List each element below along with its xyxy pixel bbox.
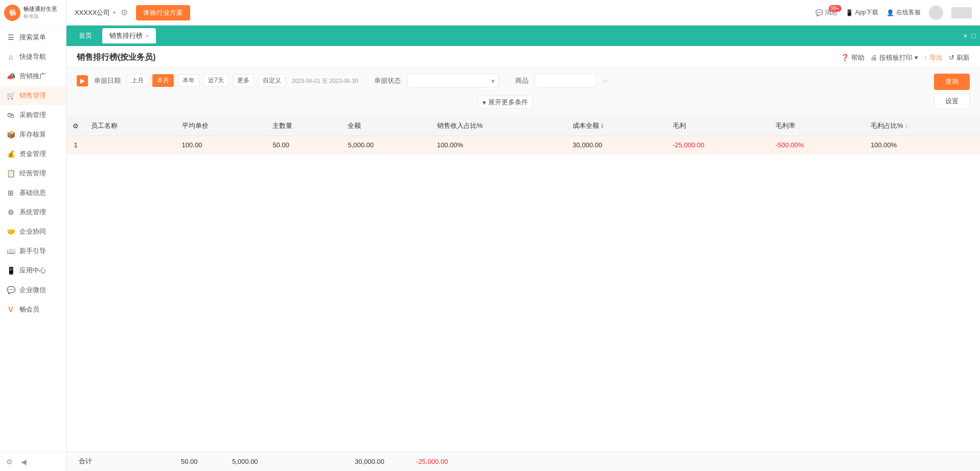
sidebar-item-member[interactable]: V 畅会员 bbox=[0, 300, 66, 319]
app-download-icon: 📱 bbox=[846, 9, 853, 16]
export-icon: ↑ bbox=[924, 54, 928, 61]
content-area: 销售排行榜(按业务员) ❓ 帮助 🖨 按模板打印 ▾ ↑ 导出 ↺ 刷新 bbox=[66, 46, 980, 471]
marketing-icon: 📣 bbox=[6, 72, 15, 80]
filter-collapse-btn[interactable]: ▶ bbox=[77, 75, 88, 86]
settings-bottom-icon[interactable]: ⚙ bbox=[6, 458, 13, 466]
tab-maximize-icon[interactable]: □ bbox=[972, 32, 976, 40]
sidebar-item-collab[interactable]: 🤝 企业协同 bbox=[0, 222, 66, 241]
col-sales-pct: 销售收入占比% bbox=[431, 116, 566, 136]
table-header-row: ⚙ 员工名称 平均单价 主数量 全额 销售收入占比% 成本全额 ℹ 毛利 毛利率 bbox=[66, 116, 980, 136]
pill-last-month[interactable]: 上月 bbox=[127, 74, 148, 87]
footer-total: 合计 50.00 5,000.00 30,000.00 -25,000.00 bbox=[66, 451, 980, 471]
table-row: 1 100.00 50.00 5,000.00 100.00% 30,000.0… bbox=[66, 136, 980, 154]
app-download-btn[interactable]: 📱 App下载 bbox=[846, 8, 878, 17]
app-center-icon: 📱 bbox=[6, 266, 15, 275]
finance-icon: 💰 bbox=[6, 150, 15, 158]
sidebar-item-basic-info[interactable]: ⊞ 基础信息 bbox=[0, 183, 66, 203]
message-icon: 💬 bbox=[815, 9, 823, 16]
sidebar-item-guide[interactable]: 📖 新手引导 bbox=[0, 241, 66, 261]
col-main-qty: 主数量 bbox=[266, 116, 341, 136]
cell-avg-price: 100.00 bbox=[176, 136, 267, 154]
col-cost: 成本全额 ℹ bbox=[566, 116, 666, 136]
refresh-icon: ↺ bbox=[949, 54, 954, 61]
expand-row: ▾ 展开更多条件 bbox=[77, 96, 934, 109]
sidebar-item-purchase[interactable]: 🛍 采购管理 bbox=[0, 105, 66, 125]
footer-amount: 5,000.00 bbox=[226, 458, 287, 465]
sidebar-item-system[interactable]: ⚙ 系统管理 bbox=[0, 203, 66, 222]
user-name bbox=[951, 7, 972, 18]
export-btn[interactable]: ↑ 导出 bbox=[924, 53, 943, 62]
company-selector[interactable]: XXXXX公司 ▾ bbox=[75, 8, 116, 17]
cell-rank: 1 bbox=[66, 136, 85, 154]
pill-this-year[interactable]: 本年 bbox=[178, 74, 199, 87]
system-icon: ⚙ bbox=[6, 208, 15, 216]
refresh-btn[interactable]: ↺ 刷新 bbox=[949, 53, 970, 62]
sidebar-item-quicknav[interactable]: ⌂ 快捷导航 bbox=[0, 47, 66, 66]
status-select[interactable] bbox=[407, 74, 499, 87]
tab-home[interactable]: 首页 bbox=[71, 28, 100, 43]
basic-info-icon: ⊞ bbox=[6, 189, 15, 197]
trial-btn[interactable]: 体验行业方案 bbox=[136, 5, 190, 20]
tab-minimize-icon[interactable]: × bbox=[963, 32, 967, 40]
user-avatar[interactable] bbox=[929, 6, 943, 20]
goods-more-icon[interactable]: ··· bbox=[602, 77, 607, 84]
tab-sales-rank[interactable]: 销售排行榜 × bbox=[102, 28, 156, 43]
col-settings: ⚙ bbox=[66, 116, 85, 136]
right-btns: 查询 设置 bbox=[934, 74, 970, 109]
col-settings-icon[interactable]: ⚙ bbox=[73, 122, 79, 130]
pill-custom[interactable]: 自定义 bbox=[258, 74, 286, 87]
col-gross-pct: 毛利占比% ↕ bbox=[864, 116, 980, 136]
guide-icon: 📖 bbox=[6, 247, 15, 255]
col-avg-price: 平均单价 bbox=[176, 116, 267, 136]
col-amount: 全额 bbox=[341, 116, 430, 136]
message-badge: 99+ bbox=[829, 5, 841, 12]
print-icon: 🖨 bbox=[871, 54, 877, 61]
template-print-btn[interactable]: 🖨 按模板打印 ▾ bbox=[871, 53, 918, 62]
filter-area: ▶ 单据日期 上月 本月 本年 近7天 更多 自定义 2023-06-01 至 … bbox=[66, 68, 980, 116]
online-service-btn[interactable]: 👤 在线客服 bbox=[886, 8, 921, 17]
filter-row-1: ▶ 单据日期 上月 本月 本年 近7天 更多 自定义 2023-06-01 至 … bbox=[77, 74, 934, 87]
col-gross-rate: 毛利率 bbox=[769, 116, 864, 136]
expand-icon: ▾ bbox=[483, 99, 486, 106]
help-link[interactable]: ❓ 帮助 bbox=[841, 53, 864, 62]
sidebar-item-search[interactable]: ☰ 搜索菜单 bbox=[0, 28, 66, 47]
sidebar-item-operations[interactable]: 📋 经营管理 bbox=[0, 164, 66, 183]
main-area: XXXXX公司 ▾ ⚙ 体验行业方案 💬 消息 99+ 📱 App下载 👤 在线… bbox=[66, 0, 980, 471]
online-service-icon: 👤 bbox=[886, 9, 894, 16]
search-menu-icon: ☰ bbox=[6, 33, 15, 41]
topbar-settings-icon[interactable]: ⚙ bbox=[121, 8, 128, 17]
col-name: 员工名称 bbox=[85, 116, 176, 136]
sidebar-item-weixin[interactable]: 💬 企业微信 bbox=[0, 280, 66, 300]
pill-last-7days[interactable]: 近7天 bbox=[203, 74, 229, 87]
query-btn[interactable]: 查询 bbox=[934, 74, 970, 90]
sidebar-bottom: ⚙ ◀ bbox=[0, 452, 66, 471]
sidebar-item-inventory[interactable]: 📦 库存核算 bbox=[0, 125, 66, 144]
expand-filters-btn[interactable]: ▾ 展开更多条件 bbox=[478, 96, 533, 109]
company-chevron-icon: ▾ bbox=[113, 10, 116, 15]
pill-this-month[interactable]: 本月 bbox=[152, 74, 174, 87]
help-icon: ❓ bbox=[841, 54, 849, 61]
sales-icon: 🛒 bbox=[6, 92, 15, 100]
operations-icon: 📋 bbox=[6, 169, 15, 177]
topbar-right: 💬 消息 99+ 📱 App下载 👤 在线客服 bbox=[815, 6, 972, 20]
sidebar: 畅 畅捷通好生意 标准版 ☰ 搜索菜单 ⌂ 快捷导航 📣 营销推广 🛒 销售管理… bbox=[0, 0, 66, 471]
col-gross: 毛利 bbox=[667, 116, 769, 136]
pill-more[interactable]: 更多 bbox=[233, 74, 254, 87]
logo-area: 畅 畅捷通好生意 标准版 bbox=[0, 0, 66, 26]
tab-close-icon[interactable]: × bbox=[146, 33, 149, 39]
collapse-icon[interactable]: ◀ bbox=[21, 458, 27, 466]
print-chevron-icon: ▾ bbox=[915, 54, 918, 61]
sidebar-item-marketing[interactable]: 📣 营销推广 bbox=[0, 66, 66, 86]
settings-small-btn[interactable]: 设置 bbox=[934, 93, 970, 109]
cell-gross-rate: -500.00% bbox=[769, 136, 864, 154]
cell-sales-pct: 100.00% bbox=[431, 136, 566, 154]
company-name: XXXXX公司 bbox=[75, 8, 110, 17]
message-btn[interactable]: 💬 消息 99+ bbox=[815, 8, 837, 17]
sidebar-item-app-center[interactable]: 📱 应用中心 bbox=[0, 261, 66, 280]
sidebar-item-finance[interactable]: 💰 资金管理 bbox=[0, 144, 66, 164]
cost-info-icon: ℹ bbox=[601, 123, 603, 129]
sidebar-item-sales[interactable]: 🛒 销售管理 bbox=[0, 86, 66, 105]
status-label: 单据状态 bbox=[374, 76, 401, 85]
goods-input[interactable] bbox=[535, 74, 596, 87]
home-icon: ⌂ bbox=[6, 53, 15, 61]
